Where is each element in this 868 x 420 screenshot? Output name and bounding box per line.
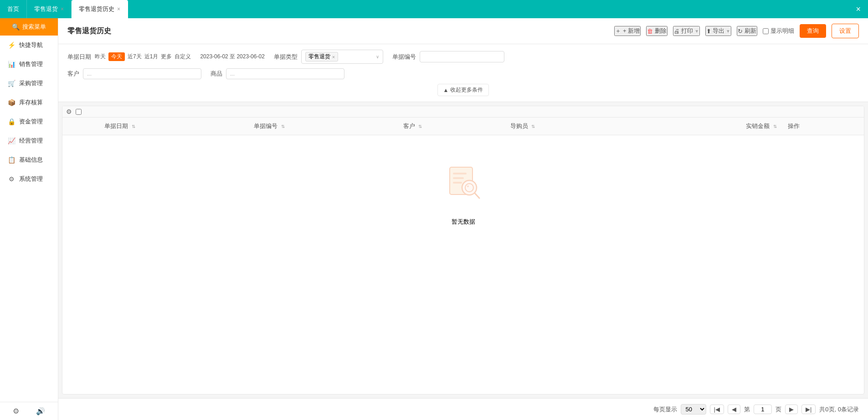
tab-home[interactable]: 首页 <box>0 0 27 18</box>
svg-point-7 <box>467 185 469 187</box>
sidebar-item-sales[interactable]: 📊 销售管理 <box>0 55 58 74</box>
print-button[interactable]: 🖨 打印 ▼ <box>673 26 700 36</box>
add-label: + 新增 <box>623 27 640 35</box>
sidebar-menu: ⚡ 快捷导航 📊 销售管理 🛒 采购管理 📦 库存核算 🔒 资金管理 📈 <box>0 36 58 402</box>
date-more[interactable]: 更多 <box>161 53 172 61</box>
collapse-button[interactable]: ▲ 收起更多条件 <box>437 84 489 96</box>
filter-area: 单据日期 昨天 今天 近7天 近1月 更多 自定义 2023-06-02 至 2… <box>58 44 868 102</box>
col-number-label: 单据编号 <box>254 123 277 129</box>
sidebar-item-purchase[interactable]: 🛒 采购管理 <box>0 74 58 93</box>
sidebar-item-quick-nav[interactable]: ⚡ 快捷导航 <box>0 36 58 55</box>
export-dropdown-icon: ▼ <box>726 29 730 34</box>
sidebar-search[interactable]: 🔍 搜索菜单 <box>0 18 58 36</box>
lightning-icon: ⚡ <box>7 41 15 49</box>
sidebar-footer: ⚙ 🔊 <box>0 402 58 420</box>
sidebar-item-inventory[interactable]: 📦 库存核算 <box>0 93 58 112</box>
col-guide-header[interactable]: 导购员 ⇅ <box>505 118 633 135</box>
print-label: 打印 <box>681 27 693 35</box>
goods-select[interactable]: ... <box>226 68 344 79</box>
sidebar-item-system[interactable]: ⚙ 系统管理 <box>0 169 58 189</box>
tab-retail-return-close[interactable]: × <box>61 6 64 12</box>
col-amount-header[interactable]: 实销金额 ⇅ <box>633 118 782 135</box>
sidebar: 🔍 搜索菜单 ⚡ 快捷导航 📊 销售管理 🛒 采购管理 📦 库存核算 🔒 <box>0 18 58 420</box>
col-number-sort: ⇅ <box>281 124 285 129</box>
add-button[interactable]: ＋ + 新增 <box>614 26 641 36</box>
sidebar-item-finance[interactable]: 🔒 资金管理 <box>0 112 58 131</box>
last-page-button[interactable]: ▶| <box>801 405 816 414</box>
export-icon: ⬆ <box>706 28 711 35</box>
customer-select[interactable]: ... <box>83 68 201 79</box>
query-button[interactable]: 查询 <box>800 24 826 38</box>
operation-icon: 📈 <box>7 137 15 145</box>
tab-retail-return-history-close[interactable]: × <box>117 6 120 12</box>
sidebar-item-label: 基础信息 <box>19 156 43 164</box>
col-amount-sort: ⇅ <box>773 124 777 129</box>
table-settings-icon[interactable]: ⚙ <box>66 108 72 115</box>
type-tag-value: 零售退货 <box>308 53 330 61</box>
sidebar-item-label: 采购管理 <box>19 79 43 87</box>
tab-list: 首页 零售退货 × 零售退货历史 × <box>0 0 848 18</box>
number-input[interactable] <box>420 51 504 62</box>
sidebar-item-label: 系统管理 <box>19 175 43 183</box>
delete-button[interactable]: 🗑 删除 <box>646 26 668 36</box>
col-settings-header <box>62 118 81 135</box>
refresh-icon: ↻ <box>738 28 743 35</box>
col-date-header[interactable]: 单据日期 ⇅ <box>99 118 248 135</box>
tab-retail-return-history[interactable]: 零售退货历史 × <box>72 0 128 18</box>
per-page-label: 每页显示 <box>653 405 677 414</box>
next-page-button[interactable]: ▶ <box>785 405 798 414</box>
col-customer-label: 客户 <box>403 123 415 129</box>
date-1month[interactable]: 近1月 <box>144 53 159 61</box>
col-customer-sort: ⇅ <box>418 124 422 129</box>
sidebar-item-base[interactable]: 📋 基础信息 <box>0 150 58 169</box>
delete-label: 删除 <box>655 27 667 35</box>
type-filter: 单据类型 零售退货 × ∨ <box>274 50 383 64</box>
tab-retail-return-label: 零售退货 <box>34 5 58 13</box>
date-today[interactable]: 今天 <box>108 52 125 61</box>
prev-page-button[interactable]: ◀ <box>728 405 740 414</box>
page-input[interactable] <box>754 405 772 414</box>
setting-label: 设置 <box>839 27 851 34</box>
content-area: 零售退货历史 ＋ + 新增 🗑 删除 🖨 打印 ▼ ⬆ 导出 <box>58 18 868 420</box>
refresh-button[interactable]: ↻ 刷新 <box>737 26 757 36</box>
date-7days[interactable]: 近7天 <box>128 53 142 61</box>
goods-filter: 商品 ... <box>211 68 344 79</box>
filter-row-1: 单据日期 昨天 今天 近7天 近1月 更多 自定义 2023-06-02 至 2… <box>67 50 859 64</box>
top-bar: 首页 零售退货 × 零售退货历史 × × <box>0 0 868 18</box>
sidebar-item-label: 资金管理 <box>19 118 43 126</box>
first-page-button[interactable]: |◀ <box>710 405 724 414</box>
sidebar-item-label: 销售管理 <box>19 60 43 68</box>
svg-rect-3 <box>453 182 462 184</box>
system-icon: ⚙ <box>7 175 15 183</box>
empty-icon <box>443 163 484 212</box>
sidebar-item-label: 快捷导航 <box>19 41 43 49</box>
setting-button[interactable]: 设置 <box>832 24 859 38</box>
query-label: 查询 <box>807 27 819 34</box>
svg-rect-2 <box>453 177 464 179</box>
customer-filter: 客户 ... <box>67 68 201 79</box>
page-actions: ＋ + 新增 🗑 删除 🖨 打印 ▼ ⬆ 导出 ▼ <box>614 24 859 38</box>
window-close-button[interactable]: × <box>848 5 868 14</box>
number-label: 单据编号 <box>392 53 416 61</box>
tab-retail-return-history-label: 零售退货历史 <box>79 5 114 13</box>
col-number-header[interactable]: 单据编号 ⇅ <box>248 118 398 135</box>
select-all-checkbox[interactable] <box>76 109 82 115</box>
type-select[interactable]: 零售退货 × ∨ <box>301 50 383 64</box>
show-detail-checkbox[interactable] <box>763 28 769 34</box>
gear-icon[interactable]: ⚙ <box>13 407 19 415</box>
type-tag-close[interactable]: × <box>332 54 335 60</box>
col-customer-header[interactable]: 客户 ⇅ <box>398 118 505 135</box>
collapse-icon: ▲ <box>443 87 449 93</box>
per-page-select[interactable]: 50 100 200 <box>681 404 706 415</box>
type-dropdown-icon: ∨ <box>376 54 379 59</box>
volume-icon[interactable]: 🔊 <box>36 407 45 415</box>
date-yesterday[interactable]: 昨天 <box>95 53 106 61</box>
sidebar-item-operation[interactable]: 📈 经营管理 <box>0 131 58 150</box>
date-custom[interactable]: 自定义 <box>175 53 191 61</box>
col-guide-label: 导购员 <box>510 123 528 129</box>
sidebar-item-label: 经营管理 <box>19 137 43 145</box>
tab-retail-return[interactable]: 零售退货 × <box>27 0 72 18</box>
collapse-label: 收起更多条件 <box>450 86 483 94</box>
main-layout: 🔍 搜索菜单 ⚡ 快捷导航 📊 销售管理 🛒 采购管理 📦 库存核算 🔒 <box>0 18 868 420</box>
export-button[interactable]: ⬆ 导出 ▼ <box>705 26 731 36</box>
